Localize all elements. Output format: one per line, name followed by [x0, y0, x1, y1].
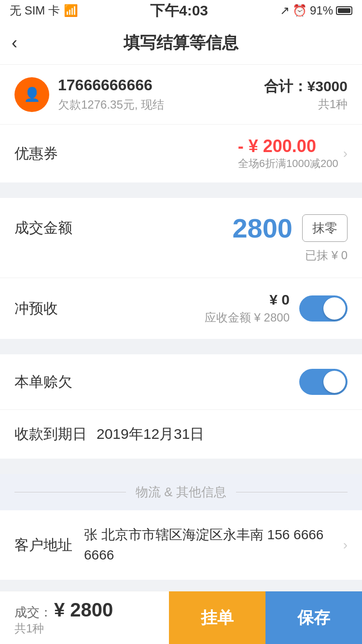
round-button[interactable]: 抹零: [302, 214, 348, 242]
user-right: 合计：¥3000 共1种: [264, 77, 348, 112]
logistics-header: 物流 & 其他信息: [0, 474, 362, 510]
coupon-chevron-icon: ›: [343, 146, 348, 161]
status-left: 无 SIM 卡 📶: [10, 3, 78, 18]
coupon-discount: - ¥ 200.00: [238, 136, 338, 156]
coupon-right: - ¥ 200.00 全场6折满1000减200 ›: [238, 136, 348, 171]
bottom-deal-label: 成交：: [14, 604, 52, 621]
user-row: 👤 17666666666 欠款1276.35元, 现结 合计：¥3000 共1…: [0, 65, 362, 124]
total-amount: 合计：¥3000: [264, 77, 348, 97]
bottom-count: 共1种: [14, 621, 154, 636]
user-debt: 欠款1276.35元, 现结: [58, 97, 164, 112]
status-right: ↗ ⏰ 91%: [280, 4, 352, 17]
charge-right: ¥ 0 应收金额 ¥ 2800: [205, 292, 348, 325]
charge-label: 冲预收: [14, 299, 58, 319]
battery-text: 91%: [310, 4, 333, 17]
amount-sub-note: 已抹 ¥ 0: [14, 248, 348, 263]
status-bar: 无 SIM 卡 📶 下午4:03 ↗ ⏰ 91%: [0, 0, 362, 21]
location-icon: ↗: [280, 4, 290, 17]
avatar: 👤: [14, 77, 49, 112]
total-count: 共1种: [264, 97, 348, 112]
coupon-description: 全场6折满1000减200: [238, 156, 338, 171]
due-date-label: 收款到期日: [14, 424, 87, 444]
bottom-bar: 成交： ¥ 2800 共1种 挂单 保存: [0, 591, 362, 644]
separator-2: [0, 339, 362, 347]
logistics-section: 物流 & 其他信息 客户地址 张 北京市市辖区海淀区永丰南 156 6666 6…: [0, 474, 362, 580]
coupon-row[interactable]: 优惠券 - ¥ 200.00 全场6折满1000减200 ›: [0, 124, 362, 182]
amount-section: 成交金额 2800 抹零 已抹 ¥ 0: [0, 198, 362, 278]
logistics-title: 物流 & 其他信息: [136, 484, 226, 501]
back-button[interactable]: ‹: [12, 33, 17, 53]
due-date-value: 2019年12月31日: [97, 424, 204, 444]
pending-button[interactable]: 挂单: [169, 591, 265, 644]
save-button[interactable]: 保存: [265, 591, 362, 644]
page-title: 填写结算等信息: [124, 32, 238, 54]
nav-bar: ‹ 填写结算等信息: [0, 21, 362, 65]
coupon-label: 优惠券: [14, 144, 58, 164]
amount-label: 成交金额: [14, 218, 72, 238]
address-chevron-icon: ›: [343, 537, 348, 553]
charge-amount: ¥ 0: [205, 292, 290, 308]
amount-right: 2800 抹零: [232, 212, 348, 244]
wifi-icon: 📶: [64, 4, 78, 17]
user-left: 👤 17666666666 欠款1276.35元, 现结: [14, 76, 164, 112]
credit-toggle[interactable]: [299, 369, 348, 395]
bottom-info: 成交： ¥ 2800 共1种: [0, 599, 169, 636]
status-time: 下午4:03: [150, 1, 208, 21]
address-label: 客户地址: [14, 535, 72, 555]
avatar-icon: 👤: [24, 86, 41, 102]
address-value: 张 北京市市辖区海淀区永丰南 156 6666 6666: [84, 525, 332, 565]
charge-sub-note: 应收金额 ¥ 2800: [205, 310, 290, 325]
credit-label: 本单赊欠: [14, 372, 72, 392]
logistics-divider-left: [14, 492, 126, 492]
due-date-row: 收款到期日 2019年12月31日: [0, 409, 362, 459]
user-info-card: 👤 17666666666 欠款1276.35元, 现结 合计：¥3000 共1…: [0, 65, 362, 182]
separator-1: [0, 190, 362, 198]
user-info: 17666666666 欠款1276.35元, 现结: [58, 76, 164, 112]
charge-toggle[interactable]: [299, 295, 348, 322]
carrier-text: 无 SIM 卡: [10, 3, 60, 18]
content: 👤 17666666666 欠款1276.35元, 现结 合计：¥3000 共1…: [0, 65, 362, 644]
charge-row: 冲预收 ¥ 0 应收金额 ¥ 2800: [0, 278, 362, 339]
user-phone: 17666666666: [58, 76, 164, 94]
amount-value: 2800: [232, 212, 292, 244]
address-row[interactable]: 客户地址 张 北京市市辖区海淀区永丰南 156 6666 6666 ›: [0, 510, 362, 580]
battery-icon: [336, 6, 352, 15]
charge-values: ¥ 0 应收金额 ¥ 2800: [205, 292, 290, 325]
credit-row: 本单赊欠: [0, 354, 362, 409]
bottom-amount: ¥ 2800: [54, 599, 113, 621]
amount-row: 成交金额 2800 抹零: [14, 212, 348, 244]
logistics-divider-right: [236, 492, 348, 492]
alarm-icon: ⏰: [292, 4, 307, 17]
separator-3: [0, 459, 362, 466]
